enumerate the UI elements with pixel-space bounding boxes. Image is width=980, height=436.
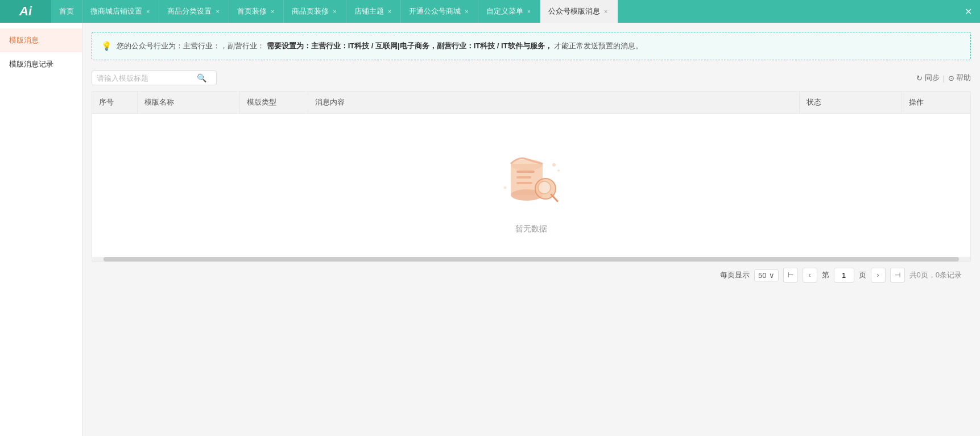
tab-close-icon[interactable]: × — [464, 8, 469, 15]
tab-bar: 首页微商城店铺设置×商品分类设置×首页装修×商品页装修×店铺主题×开通公众号商城… — [51, 0, 957, 23]
notice-icon: 💡 — [101, 39, 112, 53]
data-table: 序号模版名称模版类型消息内容状态操作 — [92, 91, 971, 262]
horizontal-scrollbar[interactable] — [92, 257, 970, 261]
notice-box: 💡 您的公众号行业为：主营行业：，副营行业： 需要设置为：主营行业：IT科技 /… — [92, 32, 971, 60]
search-box[interactable]: 🔍 — [92, 70, 217, 85]
tab-label: 店铺主题 — [354, 6, 384, 16]
th-content: 消息内容 — [308, 92, 800, 113]
tab-close-icon[interactable]: × — [526, 8, 532, 15]
toolbar: 🔍 ↻ 同步 | ⊙ 帮助 — [92, 70, 971, 85]
page-size-value: 50 — [758, 271, 766, 280]
tab-shop-setting[interactable]: 微商城店铺设置× — [82, 0, 159, 23]
main-layout: 模版消息模版消息记录 💡 您的公众号行业为：主营行业：，副营行业： 需要设置为：… — [0, 23, 980, 436]
top-nav: Ai 首页微商城店铺设置×商品分类设置×首页装修×商品页装修×店铺主题×开通公众… — [0, 0, 980, 23]
tab-label: 开通公众号商城 — [409, 6, 461, 16]
search-input[interactable] — [97, 74, 193, 82]
total-info: 共0页，0条记录 — [909, 270, 962, 280]
current-page-input[interactable] — [834, 268, 854, 283]
logo: Ai — [0, 0, 51, 23]
svg-point-9 — [552, 163, 556, 167]
pagination: 每页显示 50 ∨ ⊢ ‹ 第 页 › ⊣ 共0页，0条记录 — [92, 262, 971, 288]
th-status: 状态 — [800, 92, 902, 113]
page-size-chevron: ∨ — [769, 271, 775, 280]
tab-close-icon[interactable]: × — [387, 8, 392, 15]
toolbar-right: ↻ 同步 | ⊙ 帮助 — [916, 73, 971, 83]
tab-label: 首页装修 — [237, 6, 267, 16]
sidebar-item-template-msg[interactable]: 模版消息 — [0, 28, 82, 52]
next-page-button[interactable]: › — [871, 268, 886, 283]
tab-home[interactable]: 首页 — [51, 0, 82, 23]
page-di-label: 第 — [822, 270, 829, 280]
prev-page-button[interactable]: ‹ — [803, 268, 817, 283]
page-size-select[interactable]: 50 ∨ — [754, 269, 778, 281]
search-icon[interactable]: 🔍 — [197, 73, 206, 82]
th-type: 模版类型 — [240, 92, 308, 113]
content-area: 💡 您的公众号行业为：主营行业：，副营行业： 需要设置为：主营行业：IT科技 /… — [82, 23, 980, 436]
th-index: 序号 — [92, 92, 138, 113]
tab-category-setting[interactable]: 商品分类设置× — [159, 0, 229, 23]
tab-label: 自定义菜单 — [486, 6, 523, 16]
empty-text: 暂无数据 — [515, 224, 547, 234]
empty-icon — [497, 148, 565, 216]
help-icon: ⊙ — [948, 74, 954, 82]
svg-rect-5 — [516, 182, 532, 184]
sync-icon: ↻ — [916, 74, 923, 82]
tab-label: 商品分类设置 — [167, 6, 212, 16]
empty-state: 暂无数据 — [92, 114, 970, 257]
svg-point-7 — [538, 181, 551, 194]
tab-template-msg[interactable]: 公众号模版消息× — [540, 0, 617, 23]
tab-label: 首页 — [59, 6, 74, 16]
divider: | — [943, 74, 945, 82]
tab-close-icon[interactable]: × — [332, 8, 337, 15]
sidebar-item-template-msg-log[interactable]: 模版消息记录 — [0, 52, 82, 76]
svg-rect-3 — [516, 171, 535, 173]
scroll-thumb[interactable] — [104, 257, 959, 261]
svg-point-11 — [504, 186, 507, 189]
help-button[interactable]: ⊙ 帮助 — [948, 73, 971, 83]
tab-label: 公众号模版消息 — [548, 6, 600, 16]
svg-line-8 — [551, 194, 557, 201]
tab-label: 商品页装修 — [292, 6, 329, 16]
notice-text: 您的公众号行业为：主营行业：，副营行业： 需要设置为：主营行业：IT科技 / 互… — [117, 40, 643, 52]
tab-close-icon[interactable]: × — [145, 8, 151, 15]
th-action: 操作 — [902, 92, 970, 113]
sync-button[interactable]: ↻ 同步 — [916, 73, 940, 83]
tab-close-icon[interactable]: × — [270, 8, 275, 15]
page-size-label: 每页显示 — [720, 270, 750, 280]
tab-store-theme[interactable]: 店铺主题× — [346, 0, 401, 23]
first-page-button[interactable]: ⊢ — [783, 268, 798, 283]
tab-custom-menu[interactable]: 自定义菜单× — [478, 0, 540, 23]
tab-close-icon[interactable]: × — [603, 8, 609, 15]
tab-home-decor[interactable]: 首页装修× — [229, 0, 284, 23]
svg-rect-4 — [516, 176, 531, 178]
table-header: 序号模版名称模版类型消息内容状态操作 — [92, 92, 970, 114]
th-name: 模版名称 — [138, 92, 240, 113]
tab-close-icon[interactable]: × — [214, 8, 220, 15]
last-page-button[interactable]: ⊣ — [890, 268, 905, 283]
tab-product-decor[interactable]: 商品页装修× — [284, 0, 346, 23]
page-unit-label: 页 — [859, 270, 866, 280]
close-all-button[interactable]: ✕ — [957, 6, 980, 17]
tab-open-mall[interactable]: 开通公众号商城× — [401, 0, 478, 23]
tab-label: 微商城店铺设置 — [90, 6, 142, 16]
sidebar: 模版消息模版消息记录 — [0, 23, 82, 436]
svg-point-10 — [557, 169, 560, 172]
